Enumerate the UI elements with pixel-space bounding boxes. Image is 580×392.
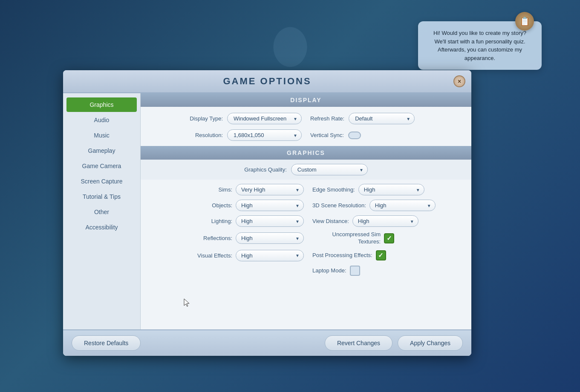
display-type-select[interactable]: Windowed Fullscreen Fullscreen Windowed [227,113,302,124]
sidebar-item-other[interactable]: Other [63,205,140,219]
view-distance-select[interactable]: LowMediumHighVery High [352,215,418,227]
uncompressed-textures-checkmark-icon: ✓ [387,235,392,242]
sims-select-wrapper: LowMediumHighVery HighUltra ▼ [236,184,304,195]
graphics-section-header: Graphics [141,146,471,160]
view-distance-select-wrapper: LowMediumHighVery High ▼ [352,215,418,227]
display-type-row: Display Type: Windowed Fullscreen Fullsc… [151,113,302,124]
sidebar-item-accessibility[interactable]: Accessibility [63,220,140,235]
dialog-title: Game Options [223,76,311,87]
display-settings: Display Type: Windowed Fullscreen Fullsc… [141,107,471,145]
scene-resolution-label: 3D Scene Resolution: [312,202,366,209]
edge-smoothing-select[interactable]: OffLowMediumHighVery High [358,184,424,195]
tooltip-text: Hi! Would you like to create my story? W… [433,30,526,61]
footer-right-buttons: Revert Changes Apply Changes [325,335,463,351]
lighting-label: Lighting: [211,218,232,224]
sidebar-item-gameplay[interactable]: Gameplay [63,143,140,158]
visual-effects-row: Visual Effects: OffLowMediumHigh ▼ [149,250,304,261]
laptop-mode-row: Laptop Mode: [308,266,463,276]
visual-effects-select[interactable]: OffLowMediumHigh [236,250,304,261]
uncompressed-textures-checkbox[interactable]: ✓ [384,233,394,243]
uncompressed-textures-row: Uncompressed Sim Textures: ✓ [308,231,463,246]
reflections-select-wrapper: OffLowMediumHigh ▼ [236,232,304,244]
lighting-select-wrapper: LowMediumHighVery High ▼ [236,215,304,227]
dialog-footer: Restore Defaults Revert Changes Apply Ch… [63,329,471,356]
view-distance-row: View Distance: LowMediumHighVery High ▼ [308,215,463,227]
graphics-detail-grid: Sims: LowMediumHighVery HighUltra ▼ Edge… [141,180,471,279]
close-button[interactable]: × [453,75,465,87]
resolution-select[interactable]: 1,680x1,050 1920x1080 2560x1440 [227,129,302,141]
sidebar-item-graphics[interactable]: Graphics [66,97,137,112]
resolution-label: Resolution: [195,132,223,138]
sidebar-item-music[interactable]: Music [63,128,140,143]
main-content: Display Display Type: Windowed Fullscree… [141,93,471,329]
display-type-label: Display Type: [190,115,223,122]
reflections-row: Reflections: OffLowMediumHigh ▼ [149,231,304,246]
laptop-mode-checkbox[interactable] [350,266,360,276]
post-processing-label: Post Processing Effects: [312,252,372,259]
vertical-sync-toggle[interactable] [348,132,361,139]
tooltip-icon: 📋 [515,12,534,31]
resolution-row: Resolution: 1,680x1,050 1920x1080 2560x1… [151,129,302,141]
refresh-rate-label: Refresh Rate: [310,115,344,122]
svg-point-0 [273,27,307,67]
objects-select-wrapper: LowMediumHighVery HighUltra ▼ [236,200,304,211]
display-type-select-wrapper: Windowed Fullscreen Fullscreen Windowed … [227,113,302,124]
vertical-sync-row: Vertical Sync: [310,129,461,141]
dialog-body: Graphics Audio Music Gameplay Game Camer… [63,93,471,329]
sidebar-item-screen-capture[interactable]: Screen Capture [63,174,140,189]
graphics-quality-select[interactable]: Low Medium High Very High Ultra Custom [291,164,368,175]
laptop-mode-label: Laptop Mode: [312,267,346,274]
revert-changes-button[interactable]: Revert Changes [325,335,392,351]
sims-label: Sims: [219,186,233,193]
post-processing-checkmark-icon: ✓ [378,252,384,259]
scene-resolution-row: 3D Scene Resolution: LowMediumHighVery H… [308,200,463,211]
graphics-quality-row: Graphics Quality: Low Medium High Very H… [141,160,471,180]
sims-select[interactable]: LowMediumHighVery HighUltra [236,184,304,195]
graphics-quality-select-wrapper: Low Medium High Very High Ultra Custom ▼ [291,164,368,175]
scene-resolution-select-wrapper: LowMediumHighVery High ▼ [369,200,436,211]
apply-changes-button[interactable]: Apply Changes [398,335,463,351]
refresh-rate-select[interactable]: Default 60 Hz 75 Hz 120 Hz 144 Hz [349,113,415,124]
sidebar-item-tutorial-tips[interactable]: Tutorial & Tips [63,189,140,204]
scene-resolution-select[interactable]: LowMediumHighVery High [369,200,436,211]
post-processing-row: Post Processing Effects: ✓ [308,250,463,261]
sidebar-item-game-camera[interactable]: Game Camera [63,159,140,173]
objects-row: Objects: LowMediumHighVery HighUltra ▼ [149,200,304,211]
lighting-row: Lighting: LowMediumHighVery High ▼ [149,215,304,227]
dialog-title-bar: Game Options × [63,70,471,93]
sidebar: Graphics Audio Music Gameplay Game Camer… [63,93,141,329]
game-options-dialog: Game Options × Graphics Audio Music Game… [63,70,471,356]
post-processing-checkbox[interactable]: ✓ [376,250,386,260]
restore-defaults-button[interactable]: Restore Defaults [72,335,141,351]
refresh-rate-row: Refresh Rate: Default 60 Hz 75 Hz 120 Hz… [310,113,461,124]
close-icon: × [458,78,461,85]
refresh-rate-select-wrapper: Default 60 Hz 75 Hz 120 Hz 144 Hz ▼ [349,113,415,124]
vertical-sync-label: Vertical Sync: [310,132,344,138]
display-section-header: Display [141,93,471,107]
visual-effects-select-wrapper: OffLowMediumHigh ▼ [236,250,304,261]
graphics-quality-label: Graphics Quality: [244,166,287,173]
sidebar-item-audio[interactable]: Audio [63,113,140,127]
view-distance-label: View Distance: [312,218,349,224]
edge-smoothing-row: Edge Smoothing: OffLowMediumHighVery Hig… [308,184,463,195]
sims-row: Sims: LowMediumHighVery HighUltra ▼ [149,184,304,195]
visual-effects-label: Visual Effects: [197,252,232,259]
edge-smoothing-select-wrapper: OffLowMediumHighVery High ▼ [358,184,424,195]
edge-smoothing-label: Edge Smoothing: [312,186,355,193]
objects-label: Objects: [212,202,232,209]
objects-select[interactable]: LowMediumHighVery HighUltra [236,200,304,211]
tooltip-bubble: 📋 Hi! Would you like to create my story?… [418,21,542,70]
lighting-select[interactable]: LowMediumHighVery High [236,215,304,227]
uncompressed-textures-label: Uncompressed Sim Textures: [312,231,381,246]
resolution-select-wrapper: 1,680x1,050 1920x1080 2560x1440 ▼ [227,129,302,141]
reflections-label: Reflections: [203,235,232,241]
reflections-select[interactable]: OffLowMediumHigh [236,232,304,244]
